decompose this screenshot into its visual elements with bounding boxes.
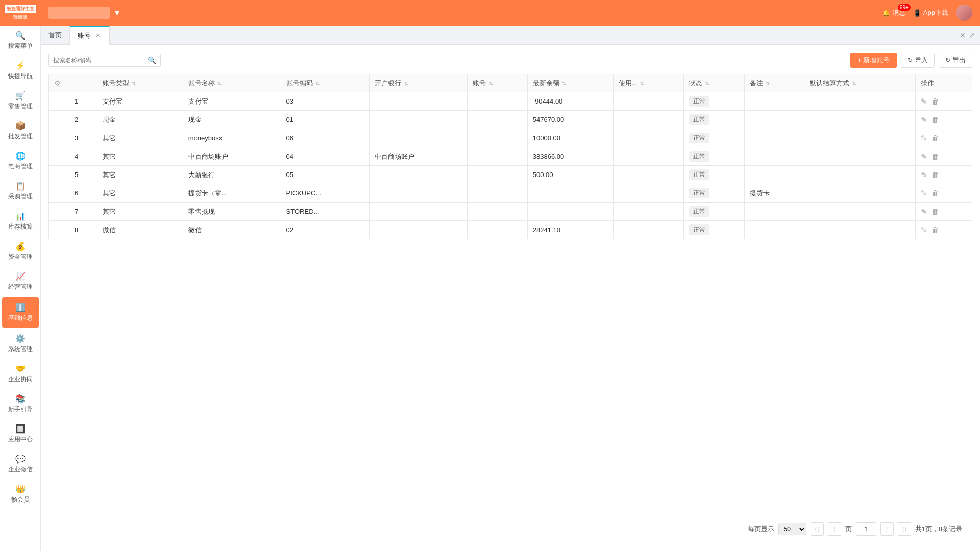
user-avatar[interactable]	[956, 5, 972, 21]
last-page-button[interactable]: ⟩⟩	[898, 522, 911, 536]
row-bank: 中百商场账户	[370, 147, 468, 166]
export-icon: ↻	[945, 57, 950, 64]
row-type: 其它	[97, 184, 183, 203]
export-button[interactable]: ↻ 导出	[939, 53, 972, 68]
delete-icon[interactable]: 🗑	[932, 115, 939, 124]
row-name: moneybosx	[183, 129, 281, 147]
search-icon[interactable]: 🔍	[148, 56, 156, 64]
toolbar-right: + 新增账号 ↻ 导入 ↻ 导出	[850, 53, 972, 68]
row-notes	[744, 203, 804, 221]
sidebar-item-vip-member[interactable]: 👑 畅会员	[0, 479, 41, 509]
sidebar: 畅捷通好生意 玩版版 🔍 搜索菜单 ⚡ 快捷导航 🛒 零售管理 📦 批发管理 🌐…	[0, 0, 41, 551]
col-latest-balance[interactable]: 最新余额 ⇅	[527, 74, 613, 92]
message-button[interactable]: 🔔 消息 99+	[882, 8, 905, 17]
sidebar-item-app-center[interactable]: 🔲 应用中心	[0, 419, 41, 449]
sort-account-code-icon: ⇅	[315, 81, 320, 86]
sidebar-item-purchase-mgmt[interactable]: 📋 采购管理	[0, 176, 41, 206]
sidebar-item-ecommerce-mgmt[interactable]: 🌐 电商管理	[0, 146, 41, 176]
first-page-button[interactable]: ⟨⟨	[811, 522, 824, 536]
sidebar-item-retail-mgmt[interactable]: 🛒 零售管理	[0, 86, 41, 116]
edit-icon[interactable]: ✎	[921, 189, 927, 198]
delete-icon[interactable]: 🗑	[932, 152, 939, 161]
row-default-settlement	[804, 92, 916, 111]
page-input[interactable]	[856, 522, 876, 536]
col-account-type[interactable]: 账号类型 ⇅	[97, 74, 183, 92]
prev-page-button[interactable]: ⟨	[828, 522, 841, 536]
row-name: 支付宝	[183, 92, 281, 111]
row-code: 02	[281, 221, 370, 239]
row-bank	[370, 92, 468, 111]
inventory-calc-icon: 📊	[15, 211, 26, 221]
edit-icon[interactable]: ✎	[921, 134, 927, 143]
edit-icon[interactable]: ✎	[921, 152, 927, 161]
dropdown-arrow-icon[interactable]: ▾	[115, 7, 119, 18]
row-type: 现金	[97, 111, 183, 129]
col-settings: ⚙	[49, 74, 69, 92]
search-box: 🔍	[48, 54, 161, 67]
edit-icon[interactable]: ✎	[921, 207, 927, 216]
edit-icon[interactable]: ✎	[921, 170, 927, 180]
row-settings-cell	[49, 221, 69, 239]
sort-notes-icon: ⇅	[766, 81, 770, 86]
ops-mgmt-icon: 📈	[15, 271, 26, 281]
sort-status-icon: ⇅	[705, 81, 709, 86]
sidebar-item-finance-mgmt[interactable]: 💰 资金管理	[0, 236, 41, 266]
row-settings-cell	[49, 184, 69, 203]
sidebar-item-ops-mgmt[interactable]: 📈 经营管理	[0, 266, 41, 296]
col-default-settlement[interactable]: 默认结算方式 ⇅	[804, 74, 916, 92]
row-usage	[613, 147, 684, 166]
col-account-code[interactable]: 账号编码 ⇅	[281, 74, 370, 92]
tab-home[interactable]: 首页	[41, 26, 70, 45]
sidebar-item-wholesale-mgmt[interactable]: 📦 批发管理	[0, 116, 41, 146]
new-guide-icon: 📚	[15, 394, 26, 404]
sidebar-item-biz-agreement[interactable]: 🤝 企业协同	[0, 359, 41, 389]
row-index: 5	[69, 166, 97, 184]
row-bank	[370, 166, 468, 184]
delete-icon[interactable]: 🗑	[932, 189, 939, 197]
top-bar-left: ▾	[48, 7, 119, 19]
edit-icon[interactable]: ✎	[921, 226, 927, 235]
col-usage[interactable]: 使用... ⇅	[613, 74, 684, 92]
tab-expand-icon[interactable]: ⤢	[969, 31, 975, 39]
col-account-name[interactable]: 账号名称 ⇅	[183, 74, 281, 92]
delete-icon[interactable]: 🗑	[932, 207, 939, 216]
sidebar-item-search-menu[interactable]: 🔍 搜索菜单	[0, 26, 41, 56]
table-settings-icon[interactable]: ⚙	[54, 79, 61, 87]
page-size-select[interactable]: 50 100 200	[778, 523, 806, 535]
sidebar-item-quick-nav[interactable]: ⚡ 快捷导航	[0, 56, 41, 86]
top-search-input[interactable]	[48, 7, 110, 19]
page-label: 页	[845, 524, 852, 534]
row-index: 8	[69, 221, 97, 239]
delete-icon[interactable]: 🗑	[932, 134, 939, 142]
col-status[interactable]: 状态 ⇅	[684, 74, 744, 92]
delete-icon[interactable]: 🗑	[932, 170, 939, 179]
col-bank[interactable]: 开户银行 ⇅	[370, 74, 468, 92]
delete-icon[interactable]: 🗑	[932, 226, 939, 234]
row-status: 正常	[684, 221, 744, 239]
sidebar-item-new-guide[interactable]: 📚 新手引导	[0, 389, 41, 419]
edit-icon[interactable]: ✎	[921, 115, 927, 124]
row-index: 7	[69, 203, 97, 221]
sidebar-item-inventory-calc[interactable]: 📊 库存核算	[0, 206, 41, 236]
sidebar-item-basic-info[interactable]: ℹ️ 基础信息	[2, 297, 39, 328]
tab-account-close[interactable]: ✕	[94, 32, 102, 39]
tab-account[interactable]: 账号 ✕	[70, 26, 110, 45]
col-account-no[interactable]: 账号 ⇅	[468, 74, 528, 92]
row-status: 正常	[684, 203, 744, 221]
sidebar-item-sys-mgmt[interactable]: ⚙️ 系统管理	[0, 329, 41, 359]
row-balance: 547670.00	[527, 111, 613, 129]
app-download-button[interactable]: 📱 App下载	[913, 8, 948, 17]
row-default-settlement	[804, 129, 916, 147]
col-notes[interactable]: 备注 ⇅	[744, 74, 804, 92]
add-account-button[interactable]: + 新增账号	[850, 53, 897, 68]
delete-icon[interactable]: 🗑	[932, 97, 939, 106]
tab-close-icon[interactable]: ✕	[960, 31, 966, 39]
row-type: 支付宝	[97, 92, 183, 111]
sidebar-item-biz-wechat[interactable]: 💬 企业微信	[0, 449, 41, 479]
import-button[interactable]: ↻ 导入	[901, 53, 935, 68]
search-input[interactable]	[53, 57, 148, 64]
next-page-button[interactable]: ⟩	[880, 522, 894, 536]
row-usage	[613, 111, 684, 129]
row-name: 大新银行	[183, 166, 281, 184]
edit-icon[interactable]: ✎	[921, 97, 927, 106]
